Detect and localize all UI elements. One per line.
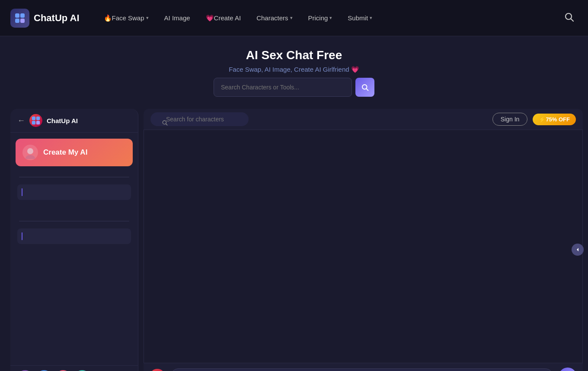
- create-ai-avatar: [22, 145, 38, 160]
- svg-point-12: [27, 148, 33, 154]
- panel-title: ChatUp AI: [47, 117, 78, 124]
- svg-rect-10: [32, 121, 35, 124]
- nav-create-ai[interactable]: 💗Create AI: [199, 11, 248, 25]
- nav-ai-image[interactable]: AI Image: [157, 11, 197, 25]
- send-button[interactable]: [559, 368, 577, 371]
- create-my-ai-button[interactable]: Create My AI: [16, 139, 133, 166]
- face-swap-chevron-icon: ▾: [146, 15, 149, 21]
- svg-marker-16: [577, 248, 578, 251]
- pricing-chevron-icon: ▾: [329, 15, 332, 21]
- cursor-2: [22, 232, 22, 240]
- panel-avatar: [29, 114, 42, 127]
- nav-face-swap[interactable]: 🔥Face Swap ▾: [97, 11, 156, 25]
- hero-search-area: [214, 78, 374, 97]
- cursor-1: [22, 188, 22, 196]
- header: ChatUp AI 🔥Face Swap ▾ AI Image 💗Create …: [0, 0, 588, 36]
- characters-chevron-icon: ▾: [290, 15, 293, 21]
- app-name: ChatUp AI: [34, 13, 80, 24]
- svg-rect-11: [36, 121, 40, 124]
- main-nav: 🔥Face Swap ▾ AI Image 💗Create AI Charact…: [97, 11, 560, 25]
- logo-icon: [10, 9, 29, 28]
- hero-subtitle: Face Swap, AI Image, Create AI Girlfrien…: [0, 66, 588, 73]
- chat-bar-1: [17, 184, 131, 200]
- left-panel: ← ChatUp AI Create My AI: [10, 109, 138, 371]
- panel-header: ← ChatUp AI: [10, 109, 138, 133]
- right-panel: Sign In ⚡75% OFF: [144, 109, 583, 371]
- nav-pricing[interactable]: Pricing ▾: [301, 11, 339, 25]
- main-area: ← ChatUp AI Create My AI: [0, 104, 588, 371]
- svg-rect-3: [20, 19, 25, 23]
- fade-gradient: [10, 331, 138, 365]
- chat-input-avatar: [150, 369, 165, 371]
- back-button[interactable]: ←: [17, 116, 25, 125]
- search-wrapper: [150, 112, 487, 126]
- chat-topbar: Sign In ⚡75% OFF: [144, 109, 583, 130]
- hero-search-input[interactable]: [214, 78, 352, 97]
- svg-rect-2: [15, 19, 19, 23]
- svg-rect-8: [32, 117, 35, 120]
- logo-area[interactable]: ChatUp AI: [10, 9, 80, 28]
- heart-icon: 💗: [351, 66, 359, 73]
- svg-line-7: [366, 89, 368, 90]
- chat-body: [144, 130, 583, 363]
- search-icon[interactable]: [560, 8, 578, 28]
- svg-line-15: [166, 124, 167, 125]
- svg-point-13: [26, 155, 35, 159]
- sign-in-button[interactable]: Sign In: [492, 113, 528, 126]
- nav-characters[interactable]: Characters ▾: [249, 11, 299, 25]
- nav-submit[interactable]: Submit ▾: [341, 11, 379, 25]
- submit-chevron-icon: ▾: [370, 15, 372, 21]
- page-title: AI Sex Chat Free: [0, 48, 588, 62]
- chat-input-bar: [144, 363, 583, 371]
- create-ai-label: Create My AI: [43, 148, 87, 157]
- divider-1: [19, 177, 129, 178]
- discount-badge[interactable]: ⚡75% OFF: [533, 114, 576, 125]
- svg-rect-9: [36, 117, 40, 120]
- hero-section: AI Sex Chat Free Face Swap, AI Image, Cr…: [0, 36, 588, 104]
- collapse-toggle-button[interactable]: [572, 244, 584, 256]
- chat-bar-2: [17, 228, 131, 244]
- svg-rect-1: [20, 13, 25, 18]
- hero-search-button[interactable]: [355, 78, 374, 97]
- svg-rect-0: [15, 13, 19, 18]
- svg-line-5: [571, 19, 574, 21]
- avatar-strip: »: [10, 365, 138, 371]
- search-characters-icon: [162, 120, 168, 127]
- message-input[interactable]: [170, 368, 553, 371]
- divider-2: [19, 221, 129, 222]
